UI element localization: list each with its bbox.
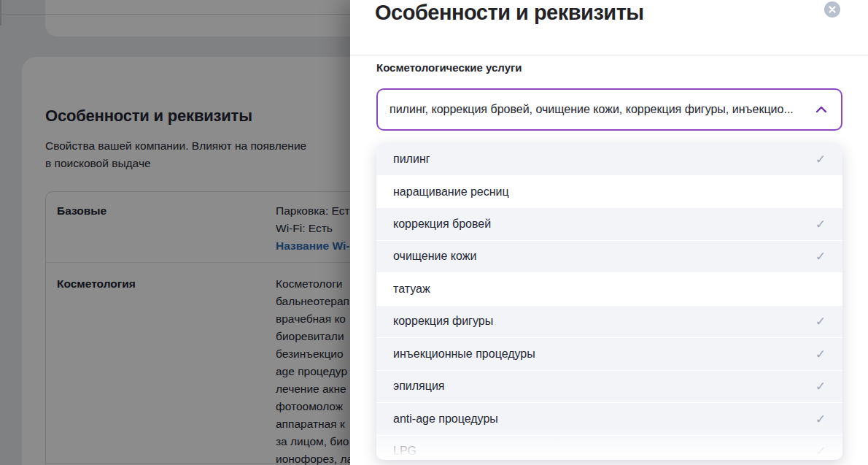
option-label: коррекция фигуры: [393, 315, 493, 328]
option-label: LPG: [393, 445, 416, 458]
check-icon: ✓: [815, 412, 826, 426]
check-icon: ✓: [815, 249, 826, 264]
option-label: очищение кожи: [393, 250, 476, 263]
close-button[interactable]: [824, 1, 840, 18]
dropdown-option[interactable]: пилинг ✓: [376, 143, 842, 176]
check-icon: ✓: [815, 314, 826, 328]
dropdown-option[interactable]: LPG ✓: [376, 436, 842, 461]
check-icon: ✓: [815, 217, 826, 231]
dropdown-option[interactable]: наращивание ресниц ✓: [376, 176, 842, 209]
cosmetology-services-label: Косметологические услуги: [376, 61, 522, 74]
modal-title: Особенности и реквизиты: [375, 0, 644, 27]
option-label: коррекция бровей: [393, 218, 491, 231]
option-label: инъекционные процедуры: [393, 347, 535, 361]
option-label: наращивание ресниц: [393, 185, 509, 199]
features-modal: Особенности и реквизиты Косметологически…: [350, 0, 868, 465]
option-label: эпиляция: [393, 380, 445, 393]
services-dropdown-list: пилинг ✓ наращивание ресниц ✓ коррекция …: [376, 143, 842, 460]
dropdown-option[interactable]: anti-age процедуры ✓: [376, 403, 842, 436]
option-label: татуаж: [393, 283, 430, 296]
dropdown-option[interactable]: татуаж ✓: [376, 273, 842, 306]
check-icon: ✓: [815, 379, 826, 393]
chevron-up-icon: [815, 106, 827, 113]
check-icon: ✓: [815, 152, 826, 166]
cosmetology-services-select[interactable]: пилинг, коррекция бровей, очищение кожи,…: [376, 88, 842, 131]
option-label: anti-age процедуры: [393, 412, 498, 426]
dropdown-option[interactable]: коррекция бровей ✓: [376, 208, 842, 241]
check-icon: ✓: [815, 444, 826, 458]
check-icon: ✓: [815, 347, 826, 361]
dropdown-option[interactable]: инъекционные процедуры ✓: [376, 338, 842, 371]
option-label: пилинг: [393, 153, 430, 166]
dropdown-option[interactable]: очищение кожи ✓: [376, 241, 842, 274]
modal-header-divider: [350, 55, 868, 56]
dropdown-option[interactable]: эпиляция ✓: [376, 371, 842, 404]
close-icon: [829, 6, 836, 13]
app-root: ✕ ✕ Особенности и реквизиты Свойства ваш…: [0, 0, 868, 465]
select-value: пилинг, коррекция бровей, очищение кожи,…: [390, 90, 799, 129]
dropdown-option[interactable]: коррекция фигуры ✓: [376, 306, 842, 339]
